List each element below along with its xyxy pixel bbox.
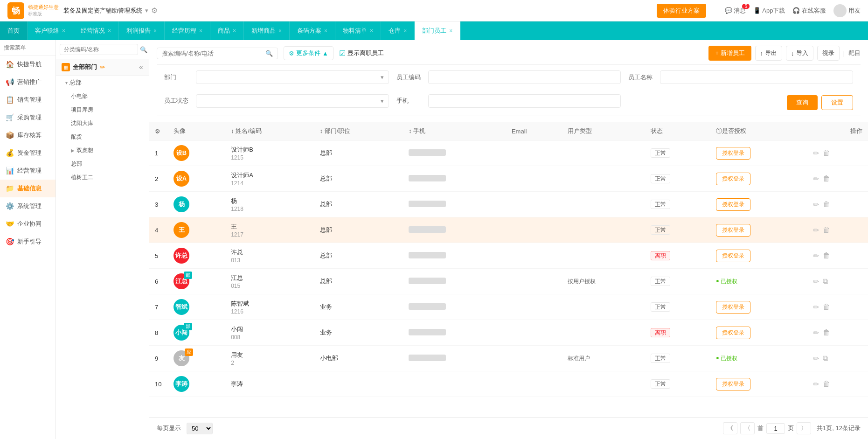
user-avatar[interactable]: 用友 xyxy=(833,4,861,17)
online-service[interactable]: 🎧 在线客服 xyxy=(792,7,826,15)
auth-button[interactable]: 授权登录 xyxy=(716,173,750,185)
phone-input[interactable] xyxy=(428,94,621,108)
tab-goods[interactable]: 商品 × xyxy=(210,21,244,40)
sidebar-item-business[interactable]: 📊经营管理 xyxy=(0,162,56,180)
edit-icon[interactable]: ✏ xyxy=(813,303,819,312)
import-button[interactable]: ↓ 导入 xyxy=(786,46,813,61)
emp-name-input[interactable] xyxy=(660,70,853,84)
col-dept[interactable]: ↕ 部门/职位 xyxy=(314,122,403,140)
close-icon[interactable]: × xyxy=(153,28,157,34)
sidebar-item-sales[interactable]: 📋销售管理 xyxy=(0,91,56,109)
sidebar-search-input[interactable] xyxy=(4,44,56,51)
trial-button[interactable]: 体验行业方案 xyxy=(657,4,706,18)
dept-search-input[interactable] xyxy=(60,44,138,55)
close-icon[interactable]: × xyxy=(370,28,373,34)
query-button[interactable]: 查询 xyxy=(787,95,818,110)
emp-code-input[interactable] xyxy=(428,70,621,84)
sidebar-item-nav[interactable]: 🏠快捷导航 xyxy=(0,56,56,73)
dept-node-zhishu[interactable]: 植树王二 xyxy=(56,171,149,184)
delete-icon[interactable]: 🗑 xyxy=(823,380,830,388)
dept-node-project[interactable]: 项目库房 xyxy=(56,103,149,117)
employee-search-input[interactable] xyxy=(162,50,263,57)
delete-icon[interactable]: 🗑 xyxy=(823,303,830,311)
tab-bom[interactable]: 物料清单 × xyxy=(335,21,381,40)
more-filter-btn[interactable]: ⚙ 更多条件 ▲ xyxy=(284,46,333,60)
show-resign-toggle[interactable]: ☑ 显示离职员工 xyxy=(339,49,384,58)
auth-button[interactable]: 授权登录 xyxy=(716,198,750,211)
close-icon[interactable]: × xyxy=(62,28,65,34)
sidebar-item-stock[interactable]: 📦库存核算 xyxy=(0,126,56,144)
tab-history[interactable]: 经营历程 × xyxy=(165,21,210,40)
dept-select[interactable]: ▾ xyxy=(196,70,389,84)
tab-operations[interactable]: 经营情况 × xyxy=(73,21,119,40)
sidebar-item-system[interactable]: ⚙️系统管理 xyxy=(0,197,56,215)
edit-icon[interactable]: ✏ xyxy=(813,226,819,235)
delete-icon[interactable]: 🗑 xyxy=(823,174,830,183)
edit-icon[interactable]: ✏ xyxy=(813,149,819,158)
col-phone[interactable]: ↕ 手机 xyxy=(403,122,506,140)
export-button[interactable]: ↑ 导出 xyxy=(755,46,783,61)
auth-button[interactable]: 授权登录 xyxy=(716,224,750,237)
tab-warehouse[interactable]: 仓库 × xyxy=(381,21,415,40)
close-icon[interactable]: × xyxy=(278,28,282,34)
delete-icon[interactable]: 🗑 xyxy=(823,200,830,209)
tab-customer[interactable]: 客户联络 × xyxy=(28,21,73,40)
copy-icon[interactable]: ⧉ xyxy=(823,277,828,286)
tab-home[interactable]: 首页 xyxy=(0,21,28,40)
close-icon[interactable]: × xyxy=(324,28,327,34)
close-icon[interactable]: × xyxy=(449,28,452,34)
dept-all-label[interactable]: 全部部门 xyxy=(73,63,97,71)
dropdown-icon[interactable]: ▾ xyxy=(145,7,148,14)
delete-icon[interactable]: 🗑 xyxy=(823,226,830,234)
edit-icon[interactable]: ✏ xyxy=(813,354,819,363)
prev-page-btn[interactable]: 〈 xyxy=(740,422,755,434)
col-settings-th[interactable]: ⚙ xyxy=(149,122,168,140)
page-size-select[interactable]: 50 100 200 xyxy=(187,423,213,434)
edit-icon[interactable]: ✏ xyxy=(813,277,819,286)
auth-button[interactable]: 授权登录 xyxy=(716,327,750,339)
edit-icon[interactable]: ✏ xyxy=(813,174,819,183)
col-name[interactable]: ↕ 姓名/编码 xyxy=(225,122,314,140)
first-page-btn[interactable]: 《 xyxy=(723,422,737,434)
edit-icon[interactable]: ✏ xyxy=(813,380,819,389)
tab-profit[interactable]: 利润报告 × xyxy=(119,21,165,40)
add-employee-button[interactable]: + 新增员工 xyxy=(708,46,751,61)
collapse-icon[interactable]: « xyxy=(139,63,143,71)
delete-icon[interactable]: 🗑 xyxy=(823,328,830,337)
app-download[interactable]: 📱 App下载 xyxy=(753,7,785,15)
gear-icon[interactable]: ⚙ xyxy=(151,6,158,15)
auth-button[interactable]: 授权登录 xyxy=(716,378,750,390)
delete-icon[interactable]: 🗑 xyxy=(823,251,830,260)
emp-status-select[interactable]: ▾ xyxy=(196,94,389,108)
sidebar-item-finance[interactable]: 💰资金管理 xyxy=(0,144,56,162)
auth-button[interactable]: 授权登录 xyxy=(716,147,750,160)
dept-node-zongbu[interactable]: ▾ 总部 xyxy=(56,76,149,90)
view-button[interactable]: 视录 xyxy=(817,46,840,61)
sidebar-item-basic[interactable]: 📁基础信息 xyxy=(0,180,56,197)
page-number-input[interactable] xyxy=(766,423,785,434)
message-icon[interactable]: 💬 消息 5 xyxy=(725,7,746,15)
dept-node-zongbu2[interactable]: 总部 xyxy=(56,157,149,171)
sidebar-item-collab[interactable]: 🤝企业协同 xyxy=(0,215,56,233)
close-icon[interactable]: × xyxy=(199,28,202,34)
dept-node-shuanghu[interactable]: ▶ 双虎想 xyxy=(56,144,149,157)
edit-icon[interactable]: ✏ xyxy=(813,328,819,337)
edit-icon[interactable]: ✏ xyxy=(813,251,819,260)
tab-new-goods[interactable]: 新增商品 × xyxy=(244,21,290,40)
copy-icon[interactable]: ⧉ xyxy=(823,354,828,362)
dept-node-shenyang[interactable]: 沈阳大库 xyxy=(56,117,149,130)
col-settings-icon[interactable]: 靶目 xyxy=(848,49,861,57)
delete-icon[interactable]: 🗑 xyxy=(823,149,830,157)
sidebar-item-marketing[interactable]: 📢营销推广 xyxy=(0,73,56,91)
close-icon[interactable]: × xyxy=(403,28,407,34)
tab-barcode[interactable]: 条码方案 × xyxy=(290,21,335,40)
dept-node-peihuo[interactable]: 配货 xyxy=(56,130,149,144)
sidebar-item-purchase[interactable]: 🛒采购管理 xyxy=(0,109,56,126)
sidebar-item-guide[interactable]: 🎯新手引导 xyxy=(0,233,56,251)
edit-icon[interactable]: ✏ xyxy=(813,200,819,209)
auth-button[interactable]: 授权登录 xyxy=(716,250,750,262)
set-button[interactable]: 设置 xyxy=(821,95,853,110)
tab-department[interactable]: 部门员工 × xyxy=(415,21,460,40)
next-page-btn[interactable]: 〉 xyxy=(797,422,811,434)
dept-node-xiaodian[interactable]: 小电部 xyxy=(56,90,149,103)
